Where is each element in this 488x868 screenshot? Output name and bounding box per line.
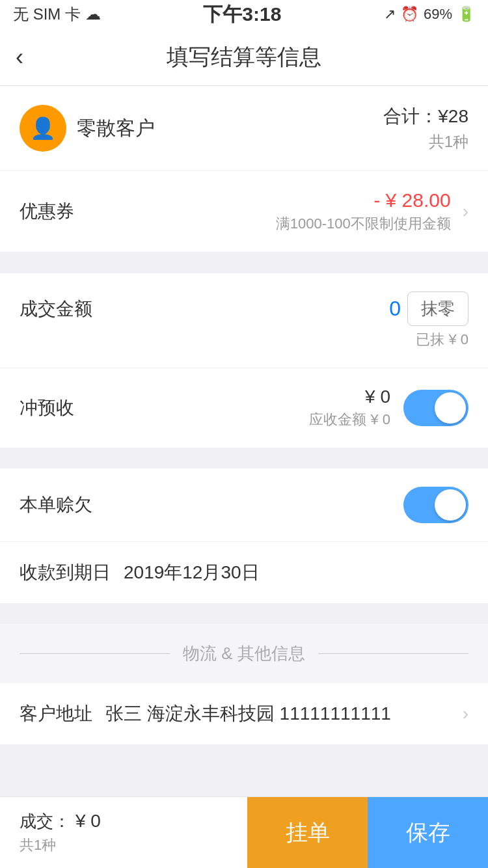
- round-zero-button[interactable]: 抹零: [407, 292, 468, 326]
- back-button[interactable]: ‹: [16, 44, 23, 71]
- coupon-right: - ¥ 28.00 满1000-100不限制使用金额 ›: [276, 189, 468, 234]
- prereceive-label: 冲预收: [20, 396, 74, 420]
- hold-button[interactable]: 挂单: [247, 797, 368, 869]
- address-row[interactable]: 客户地址 张三 海淀永丰科技园 11111111111 ›: [0, 683, 488, 744]
- bottom-bar: 成交： ¥ 0 共1种 挂单 保存: [0, 796, 488, 868]
- coupon-label: 优惠券: [20, 199, 74, 224]
- prereceive-values: ¥ 0 应收金额 ¥ 0: [309, 387, 390, 429]
- sim-status: 无 SIM 卡 ☁: [13, 4, 101, 25]
- avatar: 👤: [20, 105, 66, 152]
- status-left: 无 SIM 卡 ☁: [13, 4, 101, 25]
- address-label: 客户地址: [20, 701, 92, 726]
- divider-line-left: [20, 653, 170, 654]
- bottom-deal-amount: ¥ 0: [75, 811, 101, 832]
- transaction-value: 0: [389, 297, 401, 321]
- nav-bar: ‹ 填写结算等信息: [0, 29, 488, 86]
- debit-row: 本单赊欠: [0, 468, 488, 541]
- bottom-deal-row: 成交： ¥ 0: [20, 810, 228, 833]
- address-chevron-icon: ›: [463, 703, 468, 724]
- alarm-icon: ⏰: [401, 6, 418, 23]
- transaction-label: 成交金额: [20, 297, 92, 321]
- bottom-info: 成交： ¥ 0 共1种: [0, 810, 247, 855]
- save-button[interactable]: 保存: [368, 797, 488, 869]
- due-date-value: 2019年12月30日: [124, 560, 260, 585]
- customer-summary: 合计：¥28 共1种: [383, 104, 468, 152]
- status-time: 下午3:18: [203, 1, 281, 28]
- customer-card: 👤 零散客户 合计：¥28 共1种 优惠券 - ¥ 28.00 满1000-10…: [0, 86, 488, 252]
- transaction-amount-header: 成交金额 0 抹零: [20, 292, 468, 326]
- status-bar: 无 SIM 卡 ☁ 下午3:18 ↗ ⏰ 69% 🔋: [0, 0, 488, 29]
- debit-toggle[interactable]: [403, 487, 468, 523]
- battery-icon: 🔋: [457, 6, 475, 23]
- logistics-label: 物流 & 其他信息: [183, 642, 305, 665]
- coupon-value: - ¥ 28.00: [276, 189, 451, 211]
- prereceive-toggle[interactable]: [403, 390, 468, 426]
- bottom-deal-label: 成交：: [20, 810, 70, 833]
- debit-card: 本单赊欠 收款到期日 2019年12月30日: [0, 468, 488, 603]
- customer-name: 零散客户: [77, 115, 155, 142]
- coupon-row[interactable]: 优惠券 - ¥ 28.00 满1000-100不限制使用金额 ›: [0, 170, 488, 252]
- prereceive-right: ¥ 0 应收金额 ¥ 0: [309, 387, 468, 429]
- address-value: 张三 海淀永丰科技园 11111111111: [105, 701, 457, 726]
- section-divider-1: [0, 262, 488, 273]
- due-date-label: 收款到期日: [20, 560, 111, 585]
- chevron-right-icon: ›: [463, 201, 468, 222]
- location-icon: ↗: [384, 6, 396, 23]
- customer-left: 👤 零散客户: [20, 105, 155, 152]
- total-amount: 合计：¥28: [383, 104, 468, 129]
- logistics-divider: 物流 & 其他信息: [0, 624, 488, 683]
- transaction-amount-row: 成交金额 0 抹零 已抹 ¥ 0: [0, 273, 488, 368]
- coupon-sub: 满1000-100不限制使用金额: [276, 214, 451, 234]
- transaction-right: 0 抹零: [389, 292, 468, 326]
- due-date-row: 收款到期日 2019年12月30日: [0, 541, 488, 603]
- prereceive-row: 冲预收 ¥ 0 应收金额 ¥ 0: [0, 368, 488, 448]
- page-title: 填写结算等信息: [167, 42, 321, 72]
- status-right: ↗ ⏰ 69% 🔋: [384, 6, 475, 23]
- avatar-icon: 👤: [30, 116, 56, 141]
- debit-label: 本单赊欠: [20, 493, 92, 517]
- address-card: 客户地址 张三 海淀永丰科技园 11111111111 ›: [0, 683, 488, 744]
- prereceive-sub: 应收金额 ¥ 0: [309, 410, 390, 429]
- coupon-values: - ¥ 28.00 满1000-100不限制使用金额: [276, 189, 451, 234]
- transaction-card: 成交金额 0 抹零 已抹 ¥ 0 冲预收 ¥ 0 应收金额 ¥ 0: [0, 273, 488, 448]
- section-divider-3: [0, 614, 488, 624]
- bottom-count: 共1种: [20, 835, 228, 855]
- total-count: 共1种: [383, 131, 468, 152]
- content: 👤 零散客户 合计：¥28 共1种 优惠券 - ¥ 28.00 满1000-10…: [0, 86, 488, 868]
- prereceive-main: ¥ 0: [309, 387, 390, 407]
- customer-row: 👤 零散客户 合计：¥28 共1种: [0, 86, 488, 170]
- divider-line-right: [318, 653, 468, 654]
- battery-level: 69%: [424, 6, 452, 23]
- transaction-sub: 已抹 ¥ 0: [20, 330, 468, 349]
- section-divider-2: [0, 458, 488, 468]
